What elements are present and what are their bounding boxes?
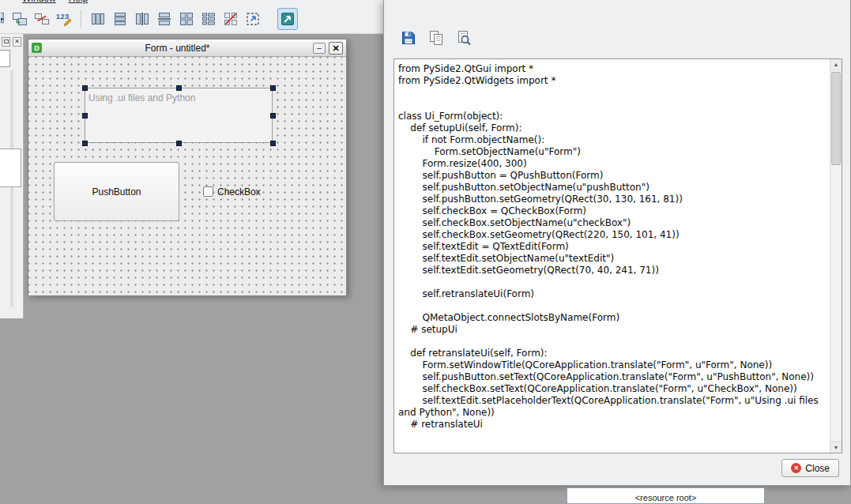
code-line: self.checkBox.setGeometry(QRect(220, 150… [398, 229, 830, 241]
form-window-titlebar[interactable]: D Form - untitled* – ✕ [28, 39, 346, 57]
break-layout-icon [223, 11, 239, 27]
checkbox-label: CheckBox [217, 186, 261, 197]
code-line: # retranslateUi [398, 419, 830, 431]
selection-handle-top-left[interactable] [82, 85, 88, 91]
close-icon: ✕ [14, 38, 20, 45]
widget-filter-fragment[interactable] [0, 50, 10, 67]
toolbar-button-lay-out-horizontally-in-splitter[interactable] [132, 8, 153, 30]
find-button[interactable] [454, 28, 474, 48]
dock-float-button[interactable] [2, 37, 10, 47]
code-line: self.checkBox.setObjectName(u"checkBox") [398, 217, 830, 229]
code-content[interactable]: from PySide2.QtGui import *from PySide2.… [394, 59, 830, 453]
code-line: self.checkBox.setText(QCoreApplication.t… [398, 383, 830, 395]
minimize-button[interactable]: – [313, 43, 326, 54]
toolbar-button-lay-out-in-grid[interactable] [176, 8, 197, 30]
toolbar-button-break-layout[interactable] [220, 8, 241, 30]
form-canvas[interactable]: Using .ui files and Python PushButton Ch… [28, 57, 346, 295]
code-line: def retranslateUi(self, Form): [398, 348, 830, 359]
vertical-scrollbar[interactable]: ▲ ▼ [830, 59, 842, 453]
toolbar-button-edit-widgets[interactable] [0, 8, 8, 30]
code-line [398, 300, 830, 312]
toolbar-button-adjust-size[interactable] [243, 8, 263, 30]
edit-signals-slots-icon [12, 11, 28, 27]
scroll-up-button[interactable]: ▲ [830, 59, 842, 70]
code-line [398, 276, 830, 288]
toolbar-button-edit-signals-slots[interactable] [9, 8, 30, 30]
code-line: self.checkBox = QCheckBox(Form) [398, 205, 830, 217]
widget-list-fragment[interactable] [0, 149, 21, 187]
form-window-title: Form - untitled* [45, 43, 310, 54]
textedit-widget[interactable]: Using .ui files and Python [85, 88, 273, 143]
checkbox-indicator [203, 186, 213, 197]
code-line: self.pushButton.setGeometry(QRect(30, 13… [398, 194, 830, 205]
code-line: self.pushButton = QPushButton(Form) [398, 170, 830, 182]
code-preview-dialog: from PySide2.QtGui import *from PySide2.… [383, 0, 851, 486]
dialog-close-button[interactable]: ✕ Close [781, 459, 839, 477]
pencil-icon [63, 18, 72, 27]
code-line: Form.resize(400, 300) [398, 158, 830, 170]
widget-box-dock: ✕ [0, 34, 24, 318]
lay-out-in-form-layout-icon [201, 11, 217, 27]
find-icon [455, 29, 473, 47]
pushbutton-widget[interactable]: PushButton [54, 162, 179, 221]
code-line: if not Form.objectName(): [398, 134, 830, 146]
toolbar-button-lay-out-vertically[interactable] [110, 8, 130, 30]
toolbar-button-lay-out-horizontally[interactable] [88, 8, 108, 30]
code-line: self.textEdit.setObjectName(u"textEdit") [398, 253, 830, 265]
designer-window-icon: D [32, 43, 42, 53]
close-button-label: Close [805, 463, 830, 474]
code-line: QMetaObject.connectSlotsByName(Form) [398, 312, 830, 324]
code-line [398, 336, 830, 348]
code-line: Form.setObjectName(u"Form") [398, 146, 830, 158]
dock-close-button[interactable]: ✕ [13, 37, 21, 47]
selection-handle-bottom-mid[interactable] [176, 141, 182, 146]
toolbar-button-lay-out-in-form-layout[interactable] [198, 8, 219, 30]
code-line: self.textEdit.setGeometry(QRect(70, 40, … [398, 265, 830, 276]
copy-button[interactable] [426, 28, 446, 48]
resource-root-item[interactable]: <resource root> [567, 487, 765, 504]
code-line: self.textEdit.setPlaceholderText(QCoreAp… [398, 395, 830, 407]
lay-out-vertically-in-splitter-icon [156, 11, 172, 27]
dock-scrollbar-fragment[interactable] [10, 70, 13, 307]
edit-widgets-icon [0, 11, 7, 27]
edit-buddies-icon [34, 11, 50, 27]
selection-handle-top-mid[interactable] [176, 85, 182, 91]
save-button[interactable] [398, 28, 419, 48]
code-view: from PySide2.QtGui import *from PySide2.… [393, 58, 842, 453]
toolbar-button-lay-out-vertically-in-splitter[interactable] [154, 8, 175, 30]
close-icon-glyph: ✕ [793, 465, 799, 472]
selection-handle-mid-right[interactable] [270, 113, 276, 118]
toolbar-button-edit-tab-order[interactable]: 123 [54, 8, 74, 30]
selection-handle-mid-left[interactable] [82, 113, 88, 118]
code-line: and Python", None)) [398, 407, 830, 419]
edit-tab-order-icon: 123 [56, 11, 72, 27]
code-line [398, 99, 830, 111]
scrollbar-thumb[interactable] [831, 72, 841, 165]
copy-icon [427, 29, 445, 47]
code-line: self.retranslateUi(Form) [398, 288, 830, 300]
toolbar-separator [81, 10, 81, 28]
edit-widgets-mode-icon [280, 11, 296, 27]
lay-out-horizontally-icon [90, 11, 106, 27]
selection-handle-bottom-left[interactable] [82, 141, 88, 146]
lay-out-horizontally-in-splitter-icon [134, 11, 150, 27]
scroll-down-button[interactable]: ▼ [830, 442, 842, 453]
code-line: self.pushButton.setText(QCoreApplication… [398, 371, 830, 383]
menu-help[interactable]: Help [69, 0, 88, 4]
lay-out-vertically-icon [112, 11, 128, 27]
selection-handle-top-right[interactable] [270, 85, 276, 91]
toolbar-button-edit-buddies[interactable] [32, 8, 52, 30]
lay-out-in-grid-icon [179, 11, 194, 27]
menu-window[interactable]: Window [22, 0, 56, 4]
code-line: self.pushButton.setObjectName(u"pushButt… [398, 182, 830, 194]
selection-handle-bottom-right[interactable] [270, 141, 276, 146]
main-toolbar: 123 [0, 5, 383, 34]
code-line [398, 87, 830, 99]
toolbar-button-edit-widgets-mode[interactable] [277, 8, 298, 30]
code-line: from PySide2.QtWidgets import * [398, 75, 830, 87]
checkbox-widget[interactable]: CheckBox [203, 186, 261, 197]
code-line: from PySide2.QtGui import * [398, 63, 830, 75]
window-close-button[interactable]: ✕ [329, 42, 343, 55]
form-designer-window: D Form - untitled* – ✕ Using .ui files a… [28, 39, 347, 295]
qt-designer-screen: Window Help 123 [0, 0, 851, 504]
